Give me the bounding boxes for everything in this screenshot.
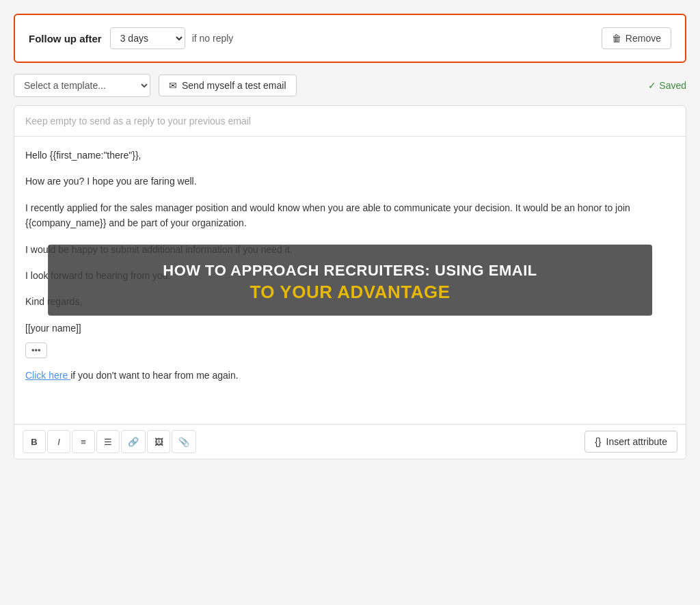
email-body[interactable]: Hello {{first_name:"there"}}, How are yo… — [14, 137, 686, 424]
check-icon: ✓ — [648, 80, 656, 91]
ordered-list-button[interactable]: ☰ — [96, 430, 120, 453]
no-reply-text: if no reply — [192, 33, 602, 44]
closing-line: Kind regards, — [25, 294, 675, 309]
follow-up-label: Follow up after — [29, 33, 102, 44]
curly-braces-icon: {} — [595, 436, 601, 447]
unsubscribe-text: if you don't want to hear from me again. — [70, 370, 238, 381]
subject-placeholder: Keep empty to send as a reply to your pr… — [25, 116, 251, 126]
remove-button[interactable]: 🗑 Remove — [602, 27, 671, 49]
insert-attribute-label: Insert attribute — [606, 436, 668, 447]
saved-label-text: Saved — [659, 80, 686, 91]
email-editor: Keep empty to send as a reply to your pr… — [14, 105, 686, 459]
trash-icon: 🗑 — [612, 33, 621, 44]
page-container: Follow up after 1 day 2 days 3 days 5 da… — [14, 14, 686, 459]
attachment-icon: 📎 — [178, 437, 189, 447]
days-select[interactable]: 1 day 2 days 3 days 5 days 7 days 14 day… — [110, 27, 185, 49]
test-email-label: Send myself a test email — [182, 80, 286, 91]
unsubscribe-line: Click here if you don't want to hear fro… — [25, 368, 675, 383]
ellipsis-button[interactable]: ••• — [25, 342, 47, 358]
link-button[interactable]: 🔗 — [121, 430, 146, 453]
paragraph2: I recently applied for the sales manager… — [25, 200, 675, 231]
ordered-list-icon: ☰ — [104, 437, 112, 447]
link-icon: 🔗 — [128, 437, 139, 447]
insert-attribute-button[interactable]: {} Insert attribute — [584, 431, 677, 453]
email-body-content: Hello {{first_name:"there"}}, How are yo… — [25, 148, 675, 384]
saved-status: ✓ Saved — [648, 80, 686, 91]
follow-up-card: Follow up after 1 day 2 days 3 days 5 da… — [14, 14, 686, 63]
bold-label: B — [31, 437, 37, 447]
unordered-list-button[interactable]: ≡ — [72, 430, 95, 453]
subject-area[interactable]: Keep empty to send as a reply to your pr… — [14, 106, 686, 137]
image-button[interactable]: 🖼 — [147, 430, 170, 453]
greeting-line: Hello {{first_name:"there"}}, — [25, 148, 675, 163]
unsubscribe-link-text: Click here — [25, 370, 68, 381]
toolbar-row: Select a template... ✉ Send myself a tes… — [14, 74, 686, 97]
email-icon: ✉ — [169, 80, 177, 91]
formatting-toolbar: B I ≡ ☰ 🔗 🖼 📎 {} Insert attribute — [14, 424, 686, 459]
template-select[interactable]: Select a template... — [14, 74, 150, 97]
image-icon: 🖼 — [154, 437, 163, 447]
unordered-list-icon: ≡ — [81, 437, 86, 447]
signature-name: [[your name]] — [25, 321, 675, 336]
unsubscribe-link[interactable]: Click here — [25, 370, 70, 381]
remove-label: Remove — [625, 33, 661, 44]
paragraph3: I would be happy to submit additional in… — [25, 242, 675, 257]
ellipsis-text: ••• — [31, 345, 41, 355]
test-email-button[interactable]: ✉ Send myself a test email — [159, 75, 297, 96]
italic-label: I — [57, 437, 60, 447]
paragraph4: I look forward to hearing from you. — [25, 268, 675, 283]
italic-button[interactable]: I — [47, 430, 70, 453]
paragraph1: How are you? I hope you are faring well. — [25, 174, 675, 189]
bold-button[interactable]: B — [23, 430, 46, 453]
attachment-button[interactable]: 📎 — [172, 430, 196, 453]
